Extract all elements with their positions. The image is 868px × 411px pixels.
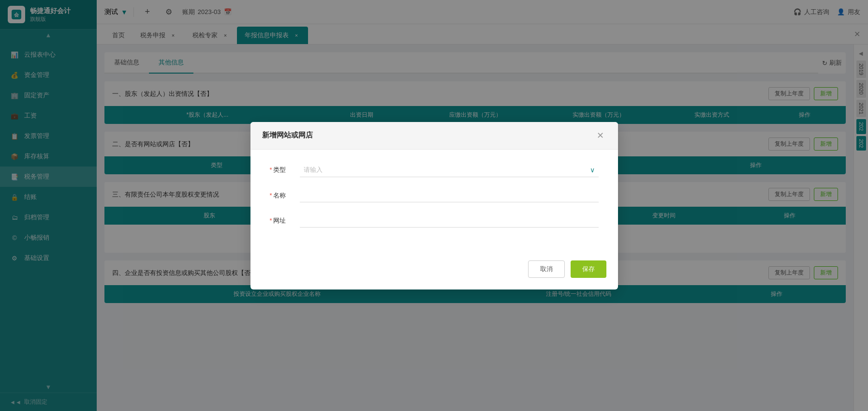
- type-select-wrapper[interactable]: ∨: [300, 163, 599, 177]
- cancel-btn[interactable]: 取消: [528, 260, 565, 278]
- url-input[interactable]: [300, 214, 599, 228]
- form-item-url: *网址: [270, 214, 599, 228]
- dialog-overlay: 新增网站或网店 ✕ *类型 ∨ *名称: [0, 0, 868, 411]
- required-star-url: *: [270, 217, 272, 224]
- form-item-name: *名称: [270, 189, 599, 202]
- dialog-close-btn[interactable]: ✕: [595, 130, 606, 141]
- dropdown-arrow-icon: ∨: [590, 166, 595, 174]
- dialog-title: 新增网站或网店: [262, 131, 313, 140]
- dialog-body: *类型 ∨ *名称 *网址: [250, 150, 618, 253]
- name-label: *名称: [270, 191, 294, 200]
- type-label: *类型: [270, 166, 294, 174]
- dialog-add-website: 新增网站或网店 ✕ *类型 ∨ *名称: [250, 122, 618, 289]
- save-btn[interactable]: 保存: [571, 260, 606, 278]
- form-item-type: *类型 ∨: [270, 163, 599, 177]
- name-input[interactable]: [300, 189, 599, 202]
- required-star-name: *: [270, 192, 272, 199]
- dialog-footer: 取消 保存: [250, 253, 618, 289]
- required-star-type: *: [270, 166, 272, 173]
- url-label: *网址: [270, 216, 294, 225]
- type-input[interactable]: [304, 166, 590, 173]
- dialog-header: 新增网站或网店 ✕: [250, 122, 618, 150]
